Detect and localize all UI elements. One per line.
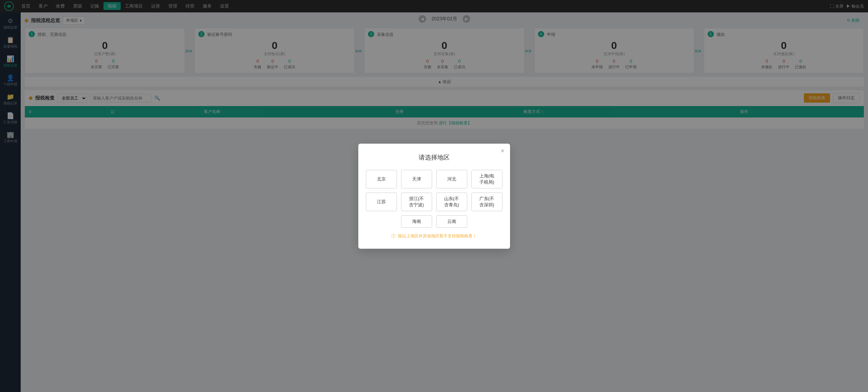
modal-warning: ⓘ 除以上地区外其他地区暂不支持报税检查！ [371, 233, 498, 239]
warning-icon: ⓘ [391, 234, 396, 238]
region-btn-云南[interactable]: 云南 [436, 215, 467, 228]
modal-title: 请选择地区 [371, 153, 498, 162]
region-btn-江苏[interactable]: 江苏 [366, 193, 397, 211]
region-select-modal: × 请选择地区 北京天津河北上海(电子税局) 江苏浙江(不含宁波)山东(不含青岛… [358, 144, 510, 249]
region-row-3: 海南云南 [371, 215, 498, 228]
region-btn-广东(不含深圳)[interactable]: 广东(不含深圳) [471, 193, 502, 211]
region-btn-北京[interactable]: 北京 [366, 170, 397, 188]
region-btn-山东(不含青岛)[interactable]: 山东(不含青岛) [436, 193, 467, 211]
region-row-1: 北京天津河北上海(电子税局) [371, 170, 498, 188]
region-btn-上海(电子税局)[interactable]: 上海(电子税局) [471, 170, 502, 188]
modal-overlay[interactable]: × 请选择地区 北京天津河北上海(电子税局) 江苏浙江(不含宁波)山东(不含青岛… [0, 0, 868, 392]
region-row-2: 江苏浙江(不含宁波)山东(不含青岛)广东(不含深圳) [371, 193, 498, 211]
region-btn-海南[interactable]: 海南 [401, 215, 432, 228]
region-btn-天津[interactable]: 天津 [401, 170, 432, 188]
region-btn-浙江(不含宁波)[interactable]: 浙江(不含宁波) [401, 193, 432, 211]
modal-close-btn[interactable]: × [501, 148, 505, 154]
region-btn-河北[interactable]: 河北 [436, 170, 467, 188]
